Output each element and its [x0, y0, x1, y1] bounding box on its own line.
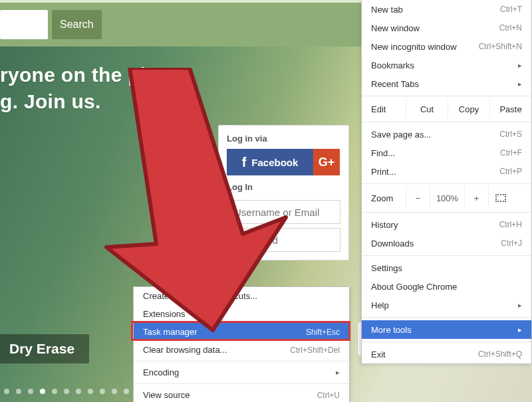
fullscreen-icon: [495, 194, 506, 202]
menu-new-window[interactable]: New windowCtrl+N: [362, 19, 531, 37]
facebook-login-button[interactable]: f Facebook: [227, 149, 313, 175]
menu-settings[interactable]: Settings: [362, 258, 531, 277]
menu-zoom-label: Zoom: [371, 193, 406, 203]
menu-about-chrome[interactable]: About Google Chrome: [362, 277, 531, 296]
more-tools-submenu: Create application shortcuts... Extensio…: [133, 286, 350, 402]
menu-zoom-row: Zoom − 100% +: [362, 187, 531, 209]
login-subtitle: Log In: [227, 182, 340, 192]
menu-help[interactable]: Help: [362, 296, 531, 314]
search-input[interactable]: [0, 10, 48, 39]
menu-history[interactable]: HistoryCtrl+H: [362, 215, 531, 234]
chrome-main-menu: New tabCtrl+T New windowCtrl+N New incog…: [361, 0, 532, 364]
menu-more-tools[interactable]: More tools: [362, 320, 531, 339]
username-field[interactable]: [227, 200, 340, 224]
submenu-view-source[interactable]: View sourceCtrl+U: [134, 386, 349, 402]
fullscreen-button[interactable]: [488, 187, 512, 209]
menu-new-incognito[interactable]: New incognito windowCtrl+Shift+N: [362, 37, 531, 56]
menu-save-page-as[interactable]: Save page as...Ctrl+S: [362, 125, 531, 144]
hero-caption-chip: Dry Erase: [0, 334, 89, 363]
submenu-clear-browsing-data[interactable]: Clear browsing data...Ctrl+Shift+Del: [134, 341, 349, 359]
search-button[interactable]: Search: [52, 10, 102, 39]
menu-exit[interactable]: ExitCtrl+Shift+Q: [362, 345, 531, 363]
submenu-encoding[interactable]: Encoding: [134, 363, 349, 381]
zoom-percent: 100%: [430, 187, 464, 209]
google-plus-label: G+: [319, 155, 335, 169]
menu-edit-row: Edit Cut Copy Paste: [362, 99, 531, 119]
hero-line-1: ryone on the planet: [0, 64, 188, 86]
submenu-extensions[interactable]: Extensions: [134, 305, 349, 323]
menu-edit-label: Edit: [371, 104, 406, 114]
menu-downloads[interactable]: DownloadsCtrl+J: [362, 234, 531, 252]
login-card: Log in via f Facebook G+ Log In: [218, 125, 349, 260]
menu-find[interactable]: Find...Ctrl+F: [362, 144, 531, 162]
password-field[interactable]: [227, 228, 340, 252]
zoom-out-button[interactable]: −: [406, 187, 430, 209]
menu-copy[interactable]: Copy: [448, 99, 489, 119]
submenu-task-manager[interactable]: Task managerShift+Esc: [134, 323, 349, 341]
submenu-create-app-shortcuts[interactable]: Create application shortcuts...: [134, 287, 349, 305]
login-via-label: Log in via: [227, 134, 340, 144]
facebook-label: Facebook: [251, 157, 298, 168]
google-plus-login-button[interactable]: G+: [313, 149, 340, 175]
hero-line-2: g. Join us.: [0, 90, 188, 113]
menu-print[interactable]: Print...Ctrl+P: [362, 162, 531, 181]
menu-recent-tabs[interactable]: Recent Tabs: [362, 74, 531, 93]
menu-new-tab[interactable]: New tabCtrl+T: [362, 0, 531, 19]
menu-paste[interactable]: Paste: [489, 99, 531, 119]
facebook-icon: f: [242, 155, 247, 170]
menu-bookmarks[interactable]: Bookmarks: [362, 56, 531, 74]
menu-cut[interactable]: Cut: [406, 99, 448, 119]
hero-headline: ryone on the planet g. Join us.: [0, 64, 188, 113]
zoom-in-button[interactable]: +: [464, 187, 488, 209]
